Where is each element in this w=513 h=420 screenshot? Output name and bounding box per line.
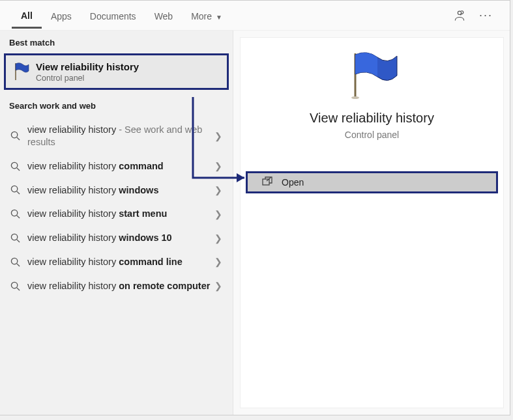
search-icon: [9, 131, 21, 141]
suggestion-text: view reliability history windows 10: [27, 232, 212, 244]
svg-line-15: [16, 288, 19, 290]
svg-line-13: [16, 264, 19, 266]
tab-web[interactable]: Web: [145, 3, 183, 28]
suggestion-item[interactable]: view reliability history windows❯: [0, 178, 233, 203]
suggestion-text: view reliability history command line: [27, 256, 212, 268]
main-area: Best match View reliability history Cont…: [0, 31, 510, 415]
chevron-right-icon: ❯: [212, 233, 225, 244]
suggestion-text: view reliability history windows: [27, 184, 212, 197]
suggestion-item[interactable]: view reliability history - See work and …: [0, 118, 233, 154]
search-icon: [9, 161, 21, 171]
best-match-text: View reliability history Control panel: [36, 61, 139, 83]
search-icon: [9, 257, 21, 267]
search-icon: [9, 209, 21, 219]
best-match-result[interactable]: View reliability history Control panel: [4, 53, 229, 90]
tab-documents[interactable]: Documents: [81, 3, 145, 28]
chevron-right-icon: ❯: [212, 257, 225, 267]
chevron-right-icon: ❯: [212, 185, 225, 195]
svg-line-3: [16, 137, 19, 140]
flag-icon-large: [345, 49, 400, 103]
svg-point-10: [11, 234, 17, 240]
suggestion-text: view reliability history - See work and …: [27, 124, 212, 148]
svg-point-6: [11, 186, 17, 192]
search-icon: [9, 281, 21, 291]
chevron-right-icon: ❯: [212, 131, 225, 141]
suggestion-item[interactable]: view reliability history command❯: [0, 154, 233, 178]
chevron-right-icon: ❯: [212, 161, 225, 171]
results-list: Best match View reliability history Cont…: [0, 31, 233, 415]
preview-pane: View reliability history Control panel O…: [240, 37, 504, 408]
svg-point-4: [11, 162, 17, 168]
section-search-web: Search work and web: [0, 94, 233, 117]
feedback-icon[interactable]: [453, 9, 466, 22]
suggestion-text: view reliability history command: [27, 160, 212, 173]
chevron-right-icon: ❯: [212, 209, 225, 219]
svg-point-12: [11, 258, 17, 264]
search-icon: [9, 185, 21, 195]
tab-apps[interactable]: Apps: [42, 3, 81, 28]
suggestion-text: view reliability history start menu: [27, 208, 212, 220]
svg-line-11: [16, 240, 19, 242]
svg-point-2: [11, 132, 17, 138]
suggestion-item[interactable]: view reliability history windows 10❯: [0, 226, 233, 250]
suggestion-item[interactable]: view reliability history start menu❯: [0, 202, 233, 226]
best-match-subtitle: Control panel: [36, 74, 139, 83]
suggestion-text: view reliability history on remote compu…: [27, 280, 212, 292]
preview-title: View reliability history: [310, 111, 434, 126]
chevron-down-icon: ▼: [216, 14, 222, 21]
preview-subtitle: Control panel: [345, 130, 399, 140]
best-match-title: View reliability history: [36, 61, 139, 72]
suggestions-list: view reliability history - See work and …: [0, 117, 233, 298]
search-icon: [9, 233, 21, 243]
svg-line-9: [16, 216, 19, 218]
svg-line-7: [16, 191, 19, 194]
svg-point-17: [351, 96, 359, 99]
flag-icon: [12, 61, 31, 83]
suggestion-item[interactable]: view reliability history on remote compu…: [0, 274, 233, 298]
tab-more[interactable]: More ▼: [182, 3, 231, 28]
tab-more-label: More: [191, 11, 212, 21]
tab-right-controls: ···: [453, 8, 510, 22]
chevron-right-icon: ❯: [212, 281, 225, 291]
open-icon: [262, 176, 272, 188]
svg-point-8: [11, 210, 17, 216]
tab-all[interactable]: All: [12, 3, 42, 29]
svg-line-5: [16, 167, 19, 170]
search-panel: All Apps Documents Web More ▼ ··· Best m…: [0, 0, 510, 415]
open-action[interactable]: Open: [246, 171, 498, 193]
open-label: Open: [282, 177, 304, 188]
svg-point-14: [11, 282, 17, 288]
section-best-match: Best match: [0, 31, 233, 53]
filter-tabs: All Apps Documents Web More ▼ ···: [0, 1, 510, 31]
more-options-icon[interactable]: ···: [479, 8, 493, 22]
suggestion-item[interactable]: view reliability history command line❯: [0, 250, 233, 274]
